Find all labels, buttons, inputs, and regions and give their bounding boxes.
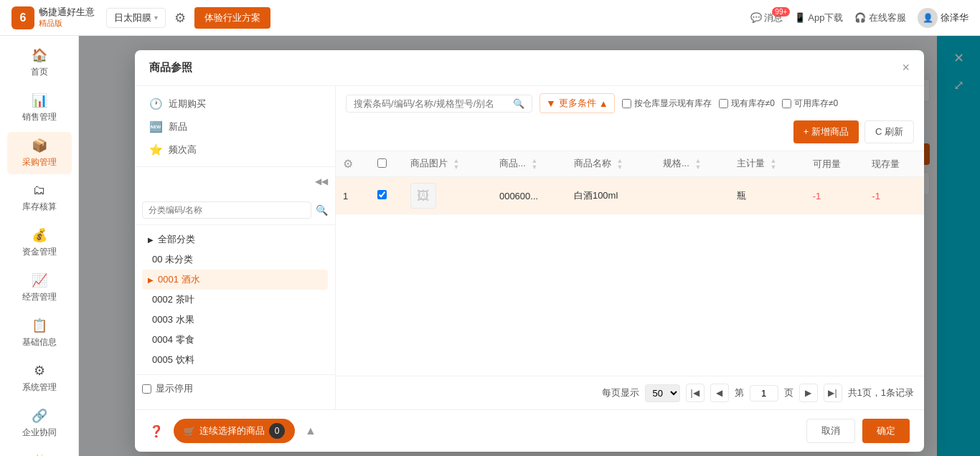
cart-badge-button[interactable]: 🛒 连续选择的商品 0 [174,419,295,443]
toolbar: 🔍 ▼ 更多条件 ▲ 按仓库显示现有库存 [336,86,924,151]
first-page-button[interactable]: |◀ [686,384,705,402]
th-image[interactable]: 商品图片 ▲▼ [403,151,492,177]
sidebar-item-home[interactable]: 🏠 首页 [7,42,72,84]
new-icon: 🆕 [149,120,163,133]
category-00[interactable]: 00 未分类 [142,250,328,270]
main-layout: 🏠 首页 📊 销售管理 📦 采购管理 🗂 库存核算 💰 资金管理 📈 经营管理 … [0,36,980,456]
sort-icon: ▲▼ [694,158,701,171]
usable-stock-filter[interactable]: 可用库存≠0 [782,98,838,110]
cancel-button[interactable]: 取消 [806,419,855,443]
add-product-button[interactable]: + 新增商品 [793,120,859,143]
pagination: 每页显示 50 |◀ ◀ 第 页 ▶ ▶| 共1页，1条记录 [336,376,924,409]
cell-index: 1 [336,177,370,215]
user-menu[interactable]: 👤 徐泽华 [918,8,969,28]
product-table-area: ⚙ 商品图片 ▲▼ [336,151,924,376]
clock-icon: 🕐 [149,98,163,110]
sidebar-item-inventory[interactable]: 🗂 库存核算 [7,177,72,219]
category-0001[interactable]: ▶ 0001 酒水 [142,270,328,290]
notification-count: 99+ [772,7,790,16]
usable-stock-checkbox[interactable] [782,99,791,108]
logo-text: 畅捷通好生意 精品版 [39,6,95,29]
th-code[interactable]: 商品... ▲▼ [492,151,567,177]
right-panel: 🔍 ▼ 更多条件 ▲ 按仓库显示现有库存 [336,86,924,409]
cart-count-badge: 0 [269,423,285,439]
sidebar-item-purchase[interactable]: 📦 采购管理 [7,132,72,174]
prev-page-button[interactable]: ◀ [710,384,729,402]
cell-available: -1 [806,177,865,215]
search-icon[interactable]: 🔍 [316,204,328,216]
th-unit[interactable]: 主计量 ▲▼ [730,151,806,177]
cell-name: 白酒100ml [567,177,656,215]
sidebar-item-basic-info[interactable]: 📋 基础信息 [7,312,72,354]
available-stock-filter[interactable]: 现有库存≠0 [719,98,775,110]
th-name[interactable]: 商品名称 ▲▼ [567,151,656,177]
sidebar-item-system[interactable]: ⚙ 系统管理 [7,357,72,399]
next-page-button[interactable]: ▶ [799,384,818,402]
sidebar-item-enterprise[interactable]: 🔗 企业协同 [7,402,72,445]
guide-icon: ✨ [32,453,47,456]
store-selector[interactable]: 日太阳膜 ▾ [106,8,166,28]
business-icon: 📈 [32,272,47,288]
last-page-button[interactable]: ▶| [824,384,842,402]
warehouse-stock-filter[interactable]: 按仓库显示现有库存 [622,98,712,110]
collapse-panel-button[interactable]: ◀◀ [135,173,335,190]
show-disabled-label[interactable]: 显示停用 [156,382,193,395]
refresh-button[interactable]: C 刷新 [864,120,914,143]
category-all[interactable]: ▶ 全部分类 [142,229,328,250]
tab-recent-purchase[interactable]: 🕐 近期购买 [142,93,328,115]
page-size-select[interactable]: 50 [645,384,680,402]
message-badge[interactable]: 💬 消息 99+ [750,11,783,24]
inventory-icon: 🗂 [33,183,46,198]
enterprise-icon: 🔗 [32,408,47,424]
category-0004[interactable]: 0004 零食 [142,330,328,350]
table-header-row: ⚙ 商品图片 ▲▼ [336,151,924,177]
filter-button[interactable]: ▼ 更多条件 ▲ [540,93,615,113]
tab-new-products[interactable]: 🆕 新品 [142,116,328,138]
th-spec[interactable]: 规格... ▲▼ [656,151,730,177]
trial-button[interactable]: 体验行业方案 [194,7,270,29]
available-stock-checkbox[interactable] [719,99,728,108]
table-row[interactable]: 1 🖼 [336,177,924,215]
select-all-checkbox[interactable] [377,158,387,168]
home-icon: 🏠 [32,47,47,63]
logo-icon: 6 [11,6,34,29]
dialog-overlay: 商品参照 × 🕐 近期购买 🆕 [79,36,980,456]
app-download[interactable]: 📱 App下载 [794,11,843,24]
warehouse-stock-checkbox[interactable] [622,99,631,108]
sidebar-item-sales[interactable]: 📊 销售管理 [7,87,72,129]
confirm-button[interactable]: 确定 [862,419,910,443]
sort-icon: ▲▼ [770,158,776,171]
category-search-input[interactable] [142,201,311,219]
search-icon[interactable]: 🔍 [513,98,524,109]
category-0002[interactable]: 0002 茶叶 [142,290,328,310]
tab-frequent[interactable]: ⭐ 频次高 [142,139,328,161]
purchase-icon: 📦 [32,138,47,153]
show-disabled-checkbox[interactable] [142,384,151,394]
sidebar-item-finance[interactable]: 💰 资金管理 [7,222,72,264]
category-0005[interactable]: 0005 饮料 [142,350,328,370]
row-checkbox[interactable] [377,190,387,199]
sidebar: 🏠 首页 📊 销售管理 📦 采购管理 🗂 库存核算 💰 资金管理 📈 经营管理 … [0,36,79,456]
sidebar-item-business[interactable]: 📈 经营管理 [7,267,72,309]
show-disabled-area: 显示停用 [135,374,335,402]
toolbar-right: + 新增商品 C 刷新 [793,120,914,143]
collapse-icon[interactable]: ▲ [305,424,316,437]
sort-icon: ▲▼ [617,158,623,171]
online-service[interactable]: 🎧 在线客服 [854,11,906,24]
category-search: 🔍 [135,196,335,225]
gear-icon[interactable]: ⚙ [343,158,353,170]
product-search-input[interactable] [354,98,509,109]
content-area: ↻ 刷新 查询 设置 ✕ ⤢ 商品参照 × [79,36,980,456]
gear-icon[interactable]: ⚙ [174,10,186,26]
th-available[interactable]: 可用量 [806,151,865,177]
close-icon[interactable]: × [902,60,910,75]
product-thumbnail: 🖼 [410,183,436,209]
sidebar-item-guide[interactable]: ✨ 新手引导 [7,447,72,456]
category-list: ▶ 全部分类 00 未分类 ▶ 0001 酒水 [135,225,335,374]
image-icon: 🖼 [417,189,430,204]
help-icon[interactable]: ❓ [149,424,164,438]
th-current[interactable]: 现存量 [864,151,924,177]
page-number-input[interactable] [750,385,778,402]
left-panel-tabs: 🕐 近期购买 🆕 新品 ⭐ 频次高 [135,93,335,167]
category-0003[interactable]: 0003 水果 [142,310,328,330]
